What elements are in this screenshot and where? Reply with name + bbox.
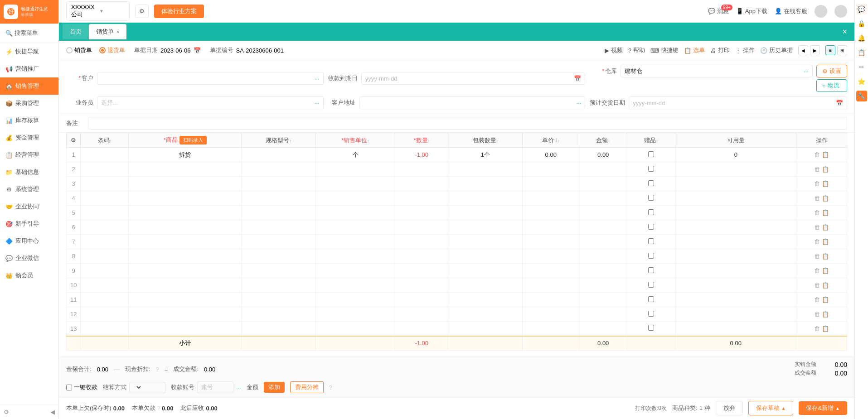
right-panel-icon-6[interactable]: ⭐ xyxy=(856,76,867,87)
logistics-button[interactable]: + 物流 xyxy=(816,79,847,92)
user-avatar2[interactable] xyxy=(834,5,847,18)
account-input[interactable]: 账号 xyxy=(197,381,233,393)
warehouse-ellipsis[interactable]: ··· xyxy=(804,68,809,75)
search-menu-button[interactable]: 🔍 搜索菜单 xyxy=(4,27,55,39)
one-click-pay-input[interactable] xyxy=(66,385,72,390)
copy-row-9-icon[interactable]: 📋 xyxy=(822,267,829,274)
copy-row-7-icon[interactable]: 📋 xyxy=(822,238,829,245)
gift-checkbox-13[interactable] xyxy=(648,325,654,331)
receive-calendar-icon[interactable]: 📅 xyxy=(574,75,581,82)
save-new-button[interactable]: 保存&新增 ▲ xyxy=(799,401,847,415)
gift-checkbox-7[interactable] xyxy=(648,238,654,244)
tab-home[interactable]: 首页 xyxy=(63,24,89,39)
amount-1[interactable]: 0.00 xyxy=(579,148,627,162)
sidebar-settings-icon[interactable]: ⚙ xyxy=(4,409,9,415)
current-due-help-icon[interactable]: ? xyxy=(157,405,160,411)
print-button[interactable]: 🖨 打印 xyxy=(710,46,730,54)
shortcut-button[interactable]: ⌨ 快捷键 xyxy=(650,46,679,54)
receive-date-input[interactable]: yyyy-mm-dd 📅 xyxy=(361,72,586,85)
delete-row-4-icon[interactable]: 🗑 xyxy=(814,195,820,202)
th-settings[interactable]: ⚙ xyxy=(67,133,81,148)
sidebar-item-purchase[interactable]: 📦 采购管理 xyxy=(0,95,58,112)
next-record-button[interactable]: ▶ xyxy=(810,45,820,55)
add-payment-button[interactable]: 添加 xyxy=(264,382,285,393)
copy-row-4-icon[interactable]: 📋 xyxy=(822,195,829,202)
user-avatar[interactable] xyxy=(815,5,827,18)
delete-row-1-icon[interactable]: 🗑 xyxy=(814,151,820,158)
sidebar-search-area[interactable]: 🔍 搜索菜单 xyxy=(0,24,58,43)
customer-addr-input[interactable]: ··· xyxy=(359,96,586,109)
unit-1[interactable]: 个 xyxy=(316,148,395,162)
spec-1[interactable] xyxy=(242,148,316,162)
calendar-icon[interactable]: 📅 xyxy=(194,47,201,54)
online-service-button[interactable]: 👤 在线客服 xyxy=(775,7,807,15)
delete-row-8-icon[interactable]: 🗑 xyxy=(814,253,820,260)
sidebar-item-collab[interactable]: 🤝 企业协同 xyxy=(0,198,58,215)
addr-ellipsis[interactable]: ··· xyxy=(576,100,581,106)
history-button[interactable]: 🕐 历史单据 xyxy=(760,46,793,54)
gift-checkbox-2[interactable] xyxy=(648,166,654,172)
company-selector[interactable]: XXXXXX公司 ▼ xyxy=(66,1,130,21)
sidebar-item-guide[interactable]: 🎯 新手引导 xyxy=(0,215,58,232)
copy-row-5-icon[interactable]: 📋 xyxy=(822,209,829,216)
copy-row-10-icon[interactable]: 📋 xyxy=(822,282,829,289)
customer-input[interactable]: ··· xyxy=(97,72,324,85)
radio-sale-order[interactable]: 销货单 xyxy=(66,46,92,54)
expected-date-input[interactable]: yyyy-mm-dd 📅 xyxy=(629,96,847,109)
fee-split-button[interactable]: 费用分摊 xyxy=(290,381,324,393)
settlement-select-input[interactable] xyxy=(133,384,142,391)
gift-checkbox-5[interactable] xyxy=(648,209,654,215)
app-download-button[interactable]: 📱 App下载 xyxy=(736,7,767,15)
sidebar-item-inventory[interactable]: 📊 库存核算 xyxy=(0,112,58,129)
copy-row-12-icon[interactable]: 📋 xyxy=(822,311,829,318)
gift-checkbox-12[interactable] xyxy=(648,311,654,317)
barcode-1[interactable] xyxy=(81,148,129,162)
customer-ellipsis[interactable]: ··· xyxy=(315,75,320,82)
settlement-select[interactable] xyxy=(129,382,165,393)
tab-close-icon[interactable]: × xyxy=(116,29,119,34)
close-all-tabs-button[interactable]: × xyxy=(839,25,851,39)
gift-checkbox-6[interactable] xyxy=(648,224,654,230)
sidebar-item-base[interactable]: 📁 基础信息 xyxy=(0,164,58,181)
radio-return-order[interactable]: 退货单 xyxy=(99,46,125,54)
sidebar-item-finance[interactable]: 💰 资金管理 xyxy=(0,129,58,146)
delete-row-11-icon[interactable]: 🗑 xyxy=(814,296,820,303)
settings-gear-button[interactable]: ⚙ xyxy=(135,5,149,18)
pack-qty-1[interactable]: 1个 xyxy=(448,148,523,162)
gift-checkbox-10[interactable] xyxy=(648,282,654,288)
copy-row-3-icon[interactable]: 📋 xyxy=(822,180,829,187)
right-panel-icon-4[interactable]: 📋 xyxy=(856,47,867,58)
gift-checkbox-8[interactable] xyxy=(648,253,654,259)
copy-row-2-icon[interactable]: 📋 xyxy=(822,166,829,173)
right-panel-icon-1[interactable]: 💬 xyxy=(856,4,867,14)
delete-row-9-icon[interactable]: 🗑 xyxy=(814,267,820,274)
scan-barcode-button[interactable]: 扫码录入 xyxy=(179,136,207,144)
unit-price-1[interactable]: 0.00 xyxy=(523,148,579,162)
gift-checkbox-4[interactable] xyxy=(648,195,654,201)
delete-row-6-icon[interactable]: 🗑 xyxy=(814,224,820,231)
delete-row-13-icon[interactable]: 🗑 xyxy=(814,325,820,332)
sidebar-item-appstore[interactable]: 🔷 应用中心 xyxy=(0,232,58,250)
list-view-button[interactable]: ≡ xyxy=(825,45,835,55)
copy-row-1-icon[interactable]: 📋 xyxy=(822,151,829,158)
one-click-pay-checkbox[interactable]: 一键收款 xyxy=(66,383,97,391)
select-order-button[interactable]: 📋 选单 xyxy=(684,46,705,54)
delete-row-3-icon[interactable]: 🗑 xyxy=(814,180,820,187)
sidebar-item-vip[interactable]: 👑 畅会员 xyxy=(0,267,58,284)
delete-row-5-icon[interactable]: 🗑 xyxy=(814,209,820,216)
account-ellipsis[interactable]: ··· xyxy=(236,384,241,391)
right-panel-icon-7[interactable]: 🔧 xyxy=(856,91,867,101)
fee-help-icon[interactable]: ? xyxy=(329,384,332,391)
prev-record-button[interactable]: ◀ xyxy=(798,45,808,55)
gift-1[interactable] xyxy=(627,148,675,162)
notes-input[interactable] xyxy=(88,117,847,130)
quantity-1[interactable]: -1.00 xyxy=(395,148,448,162)
warehouse-input[interactable]: 建材仓 ··· xyxy=(621,65,813,77)
salesperson-ellipsis[interactable]: ··· xyxy=(315,100,320,106)
salesperson-input[interactable]: 选择... ··· xyxy=(97,96,324,109)
gift-checkbox-9[interactable] xyxy=(648,267,654,273)
help-button[interactable]: ? 帮助 xyxy=(628,46,645,54)
delete-row-7-icon[interactable]: 🗑 xyxy=(814,238,820,245)
delete-row-12-icon[interactable]: 🗑 xyxy=(814,311,820,318)
expected-calendar-icon[interactable]: 📅 xyxy=(836,100,843,106)
